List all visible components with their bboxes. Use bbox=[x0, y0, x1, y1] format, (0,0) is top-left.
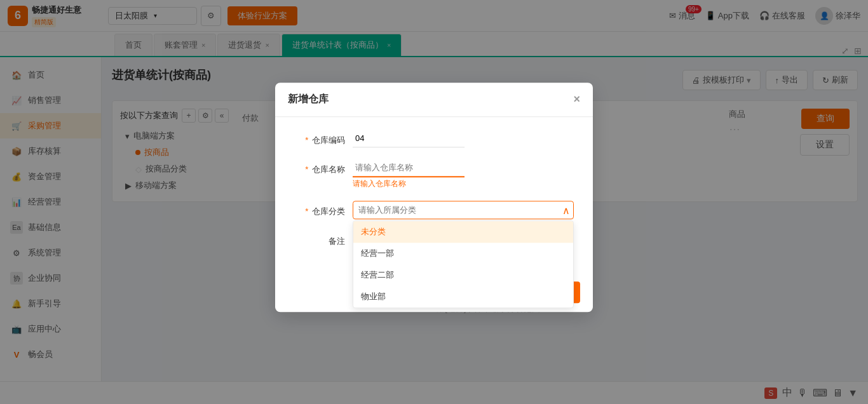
dropdown-item-dept1[interactable]: 经营一部 bbox=[353, 243, 573, 264]
code-input-wrap bbox=[353, 130, 574, 147]
dropdown-item-unclassified[interactable]: 未分类 bbox=[353, 221, 573, 243]
add-warehouse-modal: 新增仓库 × * 仓库编码 * 仓库名称 请输入仓库名称 bbox=[275, 83, 593, 312]
category-input-wrap: ∧ 未分类 经营一部 经营二部 物业部 bbox=[353, 201, 574, 219]
form-row-code: * 仓库编码 bbox=[294, 130, 574, 147]
name-input-wrap: 请输入仓库名称 bbox=[353, 159, 574, 189]
code-input[interactable] bbox=[353, 130, 465, 147]
category-dropdown: 未分类 经营一部 经营二部 物业部 bbox=[353, 220, 574, 308]
modal-title: 新增仓库 bbox=[288, 93, 329, 106]
name-error-msg: 请输入仓库名称 bbox=[353, 178, 574, 189]
category-label: * 仓库分类 bbox=[294, 201, 345, 217]
dropdown-item-dept2[interactable]: 经营二部 bbox=[353, 264, 573, 286]
name-input[interactable] bbox=[353, 159, 465, 177]
modal-header: 新增仓库 × bbox=[275, 83, 593, 117]
code-label: * 仓库编码 bbox=[294, 130, 345, 146]
form-row-category: * 仓库分类 ∧ 未分类 经营一部 经营二部 物业部 bbox=[294, 201, 574, 219]
name-label: * 仓库名称 bbox=[294, 159, 345, 175]
category-input[interactable] bbox=[353, 201, 574, 219]
modal-close-icon[interactable]: × bbox=[573, 93, 580, 106]
note-label: 备注 bbox=[294, 231, 345, 247]
dropdown-item-dept3[interactable]: 物业部 bbox=[353, 286, 573, 307]
category-toggle-icon[interactable]: ∧ bbox=[562, 204, 570, 216]
modal-body: * 仓库编码 * 仓库名称 请输入仓库名称 * 仓库分类 bbox=[275, 117, 593, 273]
form-row-name: * 仓库名称 请输入仓库名称 bbox=[294, 159, 574, 189]
